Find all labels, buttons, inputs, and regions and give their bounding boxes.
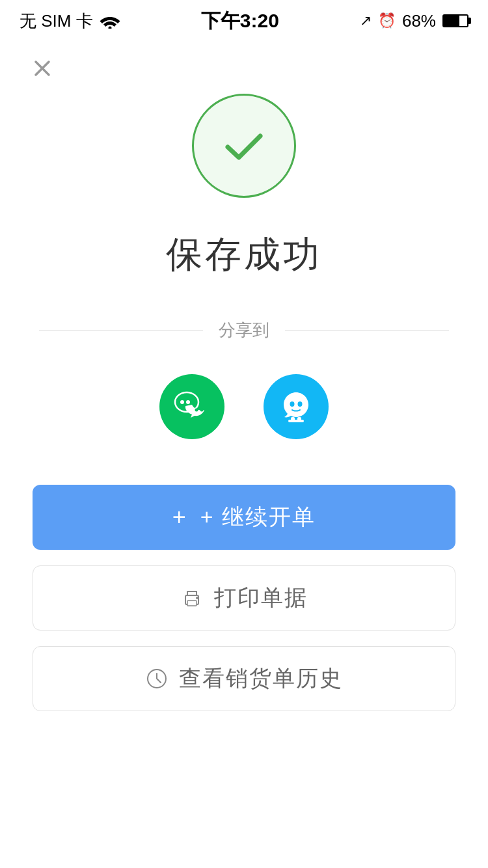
close-button[interactable] [26, 52, 59, 85]
main-content: 保存成功 分享到 [0, 42, 488, 711]
svg-point-7 [200, 409, 204, 412]
status-left: 无 SIM 卡 [20, 10, 120, 33]
qq-share-button[interactable] [264, 374, 329, 439]
battery-text: 68% [402, 11, 436, 31]
print-label: 打印单据 [214, 583, 308, 613]
share-divider: 分享到 [0, 319, 488, 342]
svg-point-6 [195, 409, 198, 412]
continue-order-button[interactable]: + + 继续开单 [33, 485, 455, 550]
divider-left [39, 330, 203, 331]
share-label: 分享到 [203, 319, 285, 342]
svg-point-8 [290, 401, 295, 407]
status-right: ↗ ⏰ 68% [360, 11, 468, 31]
svg-point-9 [298, 401, 303, 407]
svg-point-5 [186, 400, 190, 404]
success-title: 保存成功 [166, 230, 322, 280]
wifi-icon [100, 13, 120, 29]
wechat-share-button[interactable] [159, 374, 224, 439]
status-time: 下午3:20 [201, 8, 279, 34]
battery-icon [442, 14, 468, 27]
svg-rect-12 [288, 420, 304, 422]
wechat-icon [173, 390, 211, 423]
qq-icon [277, 387, 316, 426]
plus-icon: + [172, 504, 187, 531]
checkmark-icon [218, 120, 270, 172]
svg-point-15 [196, 597, 198, 599]
status-bar: 无 SIM 卡 下午3:20 ↗ ⏰ 68% [0, 0, 488, 42]
alarm-icon: ⏰ [378, 12, 396, 29]
success-icon-circle [192, 94, 296, 198]
location-icon: ↗ [360, 12, 372, 29]
sim-status: 无 SIM 卡 [20, 10, 93, 33]
clock-icon [145, 667, 169, 690]
divider-right [285, 330, 449, 331]
svg-rect-14 [187, 601, 197, 606]
history-label: 查看销货单历史 [179, 664, 343, 694]
continue-order-label: + 继续开单 [200, 502, 316, 532]
print-button[interactable]: 打印单据 [33, 565, 455, 631]
svg-point-4 [180, 400, 184, 404]
action-buttons: + + 继续开单 打印单据 查看销货单历史 [0, 485, 488, 711]
history-button[interactable]: 查看销货单历史 [33, 646, 455, 711]
svg-point-0 [108, 27, 111, 29]
share-icons-group [159, 374, 329, 439]
close-icon [31, 57, 54, 80]
printer-icon [180, 586, 204, 610]
